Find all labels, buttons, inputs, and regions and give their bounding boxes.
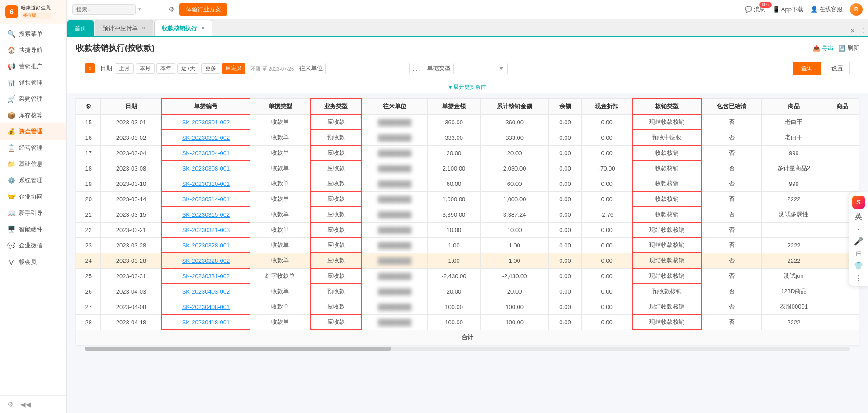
query-button[interactable]: 查询 <box>793 62 821 75</box>
refresh-button[interactable]: 🔄 刷新 <box>838 44 859 52</box>
table-row[interactable]: 28 2023-04-18 SK-20230418-001 收款单 应收款 ██… <box>76 314 859 330</box>
table-row[interactable]: 19 2023-03-10 SK-20230310-001 收款单 应收款 ██… <box>76 176 859 191</box>
table-row[interactable]: 26 2023-04-03 SK-20230403-002 收款单 预收款 ██… <box>76 284 859 299</box>
td-bill-no[interactable]: SK-20230302-002 <box>162 130 250 145</box>
sidebar-item-system[interactable]: ⚙️ 系统管理 <box>0 172 66 189</box>
tab-prepay[interactable]: 预计冲应付单 ✕ <box>95 20 153 36</box>
user-avatar[interactable]: R <box>850 3 863 16</box>
app-download[interactable]: 📱 App下载 <box>773 5 803 14</box>
td-bill-no[interactable]: SK-20230310-001 <box>162 176 250 191</box>
tab-close-icon[interactable]: ✕ <box>850 27 855 34</box>
table-row[interactable]: 20 2023-03-14 SK-20230314-001 收款单 应收款 ██… <box>76 191 859 207</box>
float-dot-icon[interactable]: · <box>858 225 859 233</box>
table-row[interactable]: 18 2023-03-08 SK-20230308-001 收款单 应收款 ██… <box>76 161 859 176</box>
table-scroll-bar[interactable] <box>85 347 850 351</box>
td-bill-no[interactable]: SK-20230418-001 <box>162 314 250 330</box>
td-bill-no[interactable]: SK-20230314-001 <box>162 191 250 207</box>
filter-dots[interactable]: ... <box>412 64 422 73</box>
sidebar-item-quick-nav[interactable]: 🏠 快捷导航 <box>0 42 66 58</box>
date-btn-7days[interactable]: 近7天 <box>177 63 199 74</box>
messages-badge[interactable]: 💬 消息 99+ <box>745 5 765 14</box>
th-date[interactable]: 日期 <box>101 98 162 114</box>
online-service[interactable]: 👤 在线客服 <box>811 5 843 14</box>
sidebar-item-inventory[interactable]: 📦 库存核算 <box>0 107 66 123</box>
float-shirt-icon[interactable]: 👕 <box>854 261 863 270</box>
s-logo[interactable]: S <box>852 196 865 209</box>
filter-bill-type-select[interactable] <box>453 63 508 74</box>
date-btn-more[interactable]: 更多 <box>201 63 220 74</box>
sidebar-item-sales[interactable]: 📊 销售管理 <box>0 75 66 91</box>
collapse-icon[interactable]: ◀◀ <box>20 400 31 408</box>
tab-receipt-close[interactable]: ✕ <box>201 25 205 31</box>
th-goods[interactable]: 商品 <box>761 98 826 114</box>
th-write-off-type[interactable]: 核销类型 <box>632 98 702 114</box>
header-gear-icon[interactable]: ⚙ <box>168 5 174 14</box>
float-more-icon[interactable]: ⋮ <box>855 274 862 282</box>
th-partner[interactable]: 往来单位 <box>362 98 428 114</box>
th-goods2[interactable]: 商品 <box>826 98 859 114</box>
sidebar-item-hardware[interactable]: 🖥️ 智能硬件 <box>0 221 66 237</box>
th-write-off-amount[interactable]: 累计核销金额 <box>480 98 549 114</box>
td-bill-no[interactable]: SK-20230328-001 <box>162 237 250 253</box>
settings-bottom-icon[interactable]: ⚙ <box>7 400 13 408</box>
sidebar-item-search[interactable]: 🔍 搜索菜单 <box>0 26 66 42</box>
date-btn-last-month[interactable]: 上月 <box>115 63 134 74</box>
filter-toggle-button[interactable]: » <box>85 63 95 73</box>
sidebar-item-basic-info[interactable]: 📁 基础信息 <box>0 156 66 172</box>
float-english-icon[interactable]: 英 <box>855 212 862 222</box>
header-search-input[interactable] <box>72 4 136 15</box>
sidebar-item-wechat[interactable]: 💬 企业微信 <box>0 237 66 254</box>
table-row[interactable]: 23 2023-03-28 SK-20230328-001 收款单 应收款 ██… <box>76 237 859 253</box>
export-button[interactable]: 📤 导出 <box>813 44 834 52</box>
table-row[interactable]: 21 2023-03-15 SK-20230315-002 收款单 应收款 ██… <box>76 207 859 222</box>
td-bill-no[interactable]: SK-20230408-001 <box>162 299 250 314</box>
table-row[interactable]: 25 2023-03-31 SK-20230331-002 红字收款单 应收款 … <box>76 268 859 284</box>
sidebar-item-funds[interactable]: 💰 资金管理 <box>0 123 66 140</box>
tab-expand-icon[interactable]: ⛶ <box>858 27 864 34</box>
sidebar-item-guide[interactable]: 📖 新手引导 <box>0 205 66 221</box>
tab-home[interactable]: 首页 <box>67 20 94 36</box>
td-bill-no[interactable]: SK-20230315-002 <box>162 207 250 222</box>
filter-partner-input[interactable] <box>326 63 410 74</box>
float-grid-icon[interactable]: ⊞ <box>856 249 862 258</box>
th-balance[interactable]: 余额 <box>549 98 581 114</box>
th-bill-type[interactable]: 单据类型 <box>250 98 310 114</box>
tab-receipt-write-off[interactable]: 收款核销执行 ✕ <box>154 20 212 36</box>
page-title: 收款核销执行(按收款) <box>76 43 155 53</box>
th-include-settled[interactable]: 包含已结清 <box>702 98 762 114</box>
dropdown-icon[interactable]: ▾ <box>138 6 141 12</box>
filter-expand-bar[interactable]: ▾ 展开更多条件 <box>67 81 868 93</box>
td-bill-no[interactable]: SK-20230301-002 <box>162 114 250 130</box>
filter-custom-tag[interactable]: 自定义 <box>222 63 245 74</box>
td-bill-no[interactable]: SK-20230331-002 <box>162 268 250 284</box>
th-gear[interactable]: ⚙ <box>76 98 101 114</box>
sidebar-item-operations[interactable]: 📋 经营管理 <box>0 140 66 156</box>
td-bill-no[interactable]: SK-20230308-001 <box>162 161 250 176</box>
td-bill-no[interactable]: SK-20230304-001 <box>162 145 250 161</box>
th-bill-no[interactable]: 单据编号 <box>162 98 250 114</box>
tab-bar: 首页 预计冲应付单 ✕ 收款核销执行 ✕ ✕ ⛶ <box>67 19 868 37</box>
table-row[interactable]: 27 2023-04-08 SK-20230408-001 收款单 应收款 ██… <box>76 299 859 314</box>
table-row[interactable]: 22 2023-03-21 SK-20230321-003 收款单 应收款 ██… <box>76 222 859 237</box>
solution-button[interactable]: 体验行业方案 <box>179 3 227 16</box>
th-amount[interactable]: 单据金额 <box>428 98 480 114</box>
td-bill-no[interactable]: SK-20230328-002 <box>162 253 250 268</box>
date-btn-this-year[interactable]: 本年 <box>156 63 175 74</box>
table-row[interactable]: 24 2023-03-28 SK-20230328-002 收款单 应收款 ██… <box>76 253 859 268</box>
table-container[interactable]: ⚙ 日期 单据编号 单据类型 业务类型 往来单位 单据金额 累计核销金额 余额 … <box>67 93 868 413</box>
sidebar-item-enterprise[interactable]: 🤝 企业协同 <box>0 189 66 205</box>
td-bill-no[interactable]: SK-20230321-003 <box>162 222 250 237</box>
td-bill-no[interactable]: SK-20230403-002 <box>162 284 250 299</box>
th-biz-type[interactable]: 业务类型 <box>311 98 362 114</box>
tab-prepay-close[interactable]: ✕ <box>142 25 146 31</box>
sidebar-item-marketing[interactable]: 📢 营销推广 <box>0 58 66 75</box>
table-row[interactable]: 17 2023-03-04 SK-20230304-001 收款单 应收款 ██… <box>76 145 859 161</box>
setting-button[interactable]: 设置 <box>825 62 850 75</box>
table-row[interactable]: 15 2023-03-01 SK-20230301-002 收款单 应收款 ██… <box>76 114 859 130</box>
sidebar-item-member[interactable]: V 畅会员 <box>0 254 66 270</box>
th-cash-discount[interactable]: 现金折扣 <box>581 98 632 114</box>
table-row[interactable]: 16 2023-03-02 SK-20230302-002 收款单 预收款 ██… <box>76 130 859 145</box>
float-mic-icon[interactable]: 🎤 <box>854 237 863 246</box>
date-btn-this-month[interactable]: 本月 <box>136 63 155 74</box>
sidebar-item-purchase[interactable]: 🛒 采购管理 <box>0 91 66 107</box>
